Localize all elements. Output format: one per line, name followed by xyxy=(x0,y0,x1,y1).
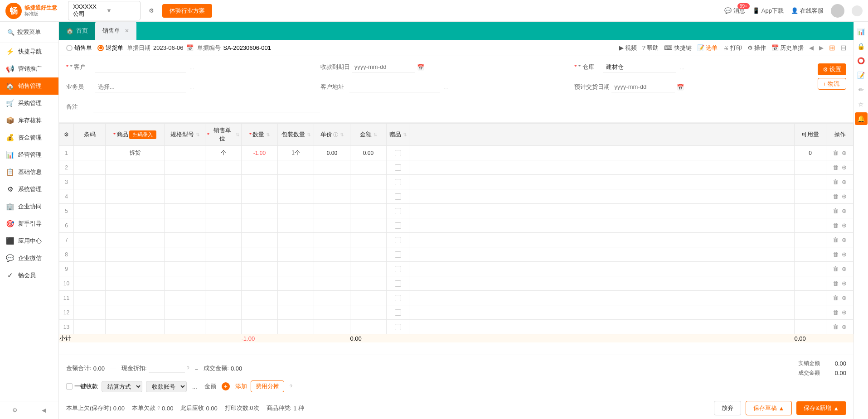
current-arrears-info[interactable]: ? xyxy=(157,405,160,411)
cell-quantity[interactable] xyxy=(242,320,278,334)
notes-input[interactable] xyxy=(93,101,320,112)
sidebar-settings-btn[interactable]: ⚙ xyxy=(10,405,19,415)
cell-product[interactable] xyxy=(106,204,165,218)
cell-unit[interactable] xyxy=(205,276,242,291)
cell-price[interactable] xyxy=(314,320,350,334)
cell-spec[interactable] xyxy=(165,276,205,291)
copy-icon[interactable]: ⊕ xyxy=(842,207,847,214)
radio-sales-order[interactable]: 销售单 xyxy=(66,44,92,52)
copy-icon[interactable]: ⊕ xyxy=(842,280,847,287)
cell-barcode[interactable] xyxy=(74,305,106,320)
cell-spec[interactable] xyxy=(165,160,205,175)
online-service-btn[interactable]: 👤 在线客服 xyxy=(791,7,824,15)
copy-icon[interactable]: ⊕ xyxy=(842,193,847,200)
cell-gift[interactable] xyxy=(387,262,409,276)
cell-spec[interactable] xyxy=(165,218,205,233)
cell-pack-qty[interactable] xyxy=(278,160,314,175)
tab-sales-order[interactable]: 销售单 ✕ xyxy=(95,22,136,40)
delete-icon[interactable]: 🗑 xyxy=(833,265,839,272)
cell-quantity[interactable] xyxy=(242,305,278,320)
expense-info-icon[interactable]: ? xyxy=(290,384,292,389)
delete-icon[interactable]: 🗑 xyxy=(833,222,839,229)
cell-price[interactable] xyxy=(314,218,350,233)
cell-remarks[interactable] xyxy=(409,291,795,305)
app-download-btn[interactable]: 📱 App下载 xyxy=(752,7,784,15)
delete-icon[interactable]: 🗑 xyxy=(833,164,839,171)
cell-price[interactable]: 0.00 xyxy=(314,146,350,160)
cell-quantity[interactable] xyxy=(242,189,278,204)
delete-icon[interactable]: 🗑 xyxy=(833,251,839,258)
cell-spec[interactable] xyxy=(165,305,205,320)
cell-quantity[interactable] xyxy=(242,247,278,262)
cell-remarks[interactable] xyxy=(409,204,795,218)
cell-pack-qty[interactable] xyxy=(278,291,314,305)
payment-dots[interactable]: ... xyxy=(192,383,197,390)
cell-product[interactable] xyxy=(106,247,165,262)
cell-barcode[interactable] xyxy=(74,175,106,189)
sidebar-item-enterprise[interactable]: 🏢 企业协同 xyxy=(0,198,58,215)
cell-remarks[interactable] xyxy=(409,305,795,320)
cell-unit[interactable] xyxy=(205,291,242,305)
sidebar-collapse-btn[interactable]: ◀ xyxy=(40,405,48,415)
cell-remarks[interactable] xyxy=(409,146,795,160)
cell-gift[interactable] xyxy=(387,291,409,305)
toolbar-operation[interactable]: ⚙ 操作 xyxy=(747,44,766,52)
one-click-payment-checkbox[interactable]: 一键收款 xyxy=(66,382,98,390)
price-info-icon[interactable]: ⓘ xyxy=(333,131,338,138)
cell-gift[interactable] xyxy=(387,218,409,233)
toolbar-shortcut[interactable]: ⌨ 快捷键 xyxy=(664,44,692,52)
cell-gift[interactable] xyxy=(387,305,409,320)
delete-icon[interactable]: 🗑 xyxy=(833,178,839,185)
sidebar-item-guide[interactable]: 🎯 新手引导 xyxy=(0,215,58,232)
cell-spec[interactable] xyxy=(165,320,205,334)
cell-unit[interactable] xyxy=(205,204,242,218)
customer-dots[interactable]: ... xyxy=(189,64,194,71)
copy-icon[interactable]: ⊕ xyxy=(842,251,847,258)
delete-icon[interactable]: 🗑 xyxy=(833,323,839,330)
cell-amount[interactable] xyxy=(350,233,387,247)
cell-pack-qty[interactable] xyxy=(278,276,314,291)
cell-gift[interactable] xyxy=(387,276,409,291)
cell-amount[interactable]: 0.00 xyxy=(350,146,387,160)
salesperson-input[interactable] xyxy=(95,82,186,92)
settings-btn[interactable]: ⚙ 设置 xyxy=(818,63,846,75)
toolbar-print[interactable]: 🖨 打印 xyxy=(723,44,742,52)
save-new-btn[interactable]: 保存&新增 ▲ xyxy=(796,401,846,415)
cell-unit[interactable] xyxy=(205,218,242,233)
cell-gift[interactable] xyxy=(387,204,409,218)
cell-unit[interactable] xyxy=(205,160,242,175)
cell-spec[interactable] xyxy=(165,233,205,247)
add-payment-btn[interactable]: + xyxy=(222,382,230,390)
cell-remarks[interactable] xyxy=(409,320,795,334)
cell-price[interactable] xyxy=(314,175,350,189)
delete-icon[interactable]: 🗑 xyxy=(833,149,839,156)
cell-quantity[interactable] xyxy=(242,262,278,276)
cell-pack-qty[interactable] xyxy=(278,233,314,247)
cell-pack-qty[interactable]: 1个 xyxy=(278,146,314,160)
cell-barcode[interactable] xyxy=(74,320,106,334)
cell-pack-qty[interactable] xyxy=(278,320,314,334)
cell-product[interactable] xyxy=(106,233,165,247)
sidebar-item-marketing[interactable]: 📢 营销推广 xyxy=(0,60,58,77)
cell-price[interactable] xyxy=(314,247,350,262)
discount-input[interactable] xyxy=(149,364,185,373)
save-draft-btn[interactable]: 保存草稿 ▲ xyxy=(746,401,792,415)
cell-product[interactable] xyxy=(106,291,165,305)
cell-remarks[interactable] xyxy=(409,160,795,175)
cell-barcode[interactable] xyxy=(74,189,106,204)
sidebar-item-basic[interactable]: 📋 基础信息 xyxy=(0,164,58,181)
cell-quantity[interactable] xyxy=(242,218,278,233)
cell-amount[interactable] xyxy=(350,262,387,276)
warehouse-dots[interactable]: ... xyxy=(679,64,684,71)
sidebar-item-finance[interactable]: 💰 资金管理 xyxy=(0,129,58,146)
delivery-calendar[interactable]: 📅 xyxy=(677,84,684,91)
cell-barcode[interactable] xyxy=(74,160,106,175)
payment-due-calendar[interactable]: 📅 xyxy=(417,64,424,71)
right-sidebar-edit[interactable]: ✏ xyxy=(855,83,868,96)
cell-quantity[interactable] xyxy=(242,276,278,291)
cell-pack-qty[interactable] xyxy=(278,262,314,276)
cell-unit[interactable] xyxy=(205,175,242,189)
cell-pack-qty[interactable] xyxy=(278,305,314,320)
cell-price[interactable] xyxy=(314,262,350,276)
one-click-checkbox[interactable] xyxy=(66,383,73,390)
